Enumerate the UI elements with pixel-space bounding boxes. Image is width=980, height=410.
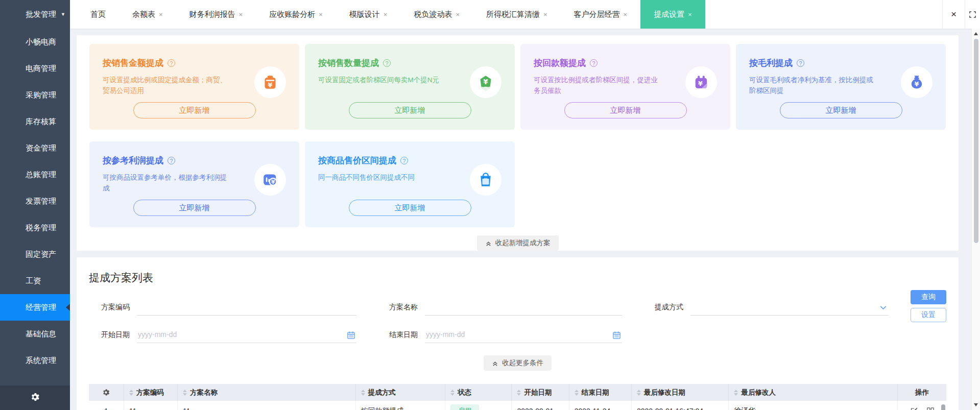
sidebar-item-business-management[interactable]: 经营管理 bbox=[0, 294, 70, 321]
sort-icon[interactable] bbox=[517, 390, 521, 396]
commission-type-select[interactable] bbox=[690, 300, 889, 316]
chevron-down-icon: ▼ bbox=[61, 12, 65, 17]
sidebar-item-ecommerce[interactable]: 电商管理 bbox=[0, 55, 70, 82]
tab-receivable-aging[interactable]: 应收账龄分析× bbox=[256, 0, 336, 29]
close-icon[interactable]: × bbox=[384, 11, 388, 18]
end-date-label: 结束日期 bbox=[377, 330, 418, 343]
status-badge: 启用 bbox=[450, 404, 479, 410]
gear-icon[interactable] bbox=[30, 392, 40, 404]
scheme-name-link[interactable]: 11 bbox=[183, 407, 190, 410]
add-now-button[interactable]: 立即新增 bbox=[133, 102, 256, 118]
sort-icon[interactable] bbox=[637, 390, 641, 396]
add-now-button[interactable]: 立即新增 bbox=[349, 200, 471, 216]
close-icon[interactable]: × bbox=[624, 11, 628, 18]
sidebar-item-ecommerce-xiaochang[interactable]: 小畅电商 bbox=[0, 29, 70, 55]
sidebar-item-purchasing[interactable]: 采购管理 bbox=[0, 82, 70, 108]
table-row[interactable]: 1 11 11 按回款额提成 启用 2022-09-01 2022-11-24 … bbox=[89, 401, 946, 410]
sort-icon[interactable] bbox=[734, 390, 738, 396]
fullscreen-icon[interactable] bbox=[965, 0, 980, 29]
column-settings-gear-icon[interactable] bbox=[94, 388, 118, 397]
tab-income-tax[interactable]: 所得税汇算清缴× bbox=[473, 0, 561, 29]
sidebar-item-payroll[interactable]: 工资 bbox=[0, 268, 70, 294]
sidebar-module-switcher[interactable]: 批发管理 ▼ bbox=[0, 0, 70, 29]
calendar-icon[interactable] bbox=[347, 331, 355, 340]
sort-icon[interactable] bbox=[575, 390, 579, 396]
filter-row-1: 方案编码 方案名称 提成方式 bbox=[89, 300, 946, 316]
end-date-input[interactable] bbox=[425, 328, 622, 343]
svg-text:¥: ¥ bbox=[915, 80, 919, 88]
commission-type-label: 提成方式 bbox=[642, 303, 683, 316]
commission-cards-panel: 按销售金额提成 ? 可设置提成比例或固定提成金额；商贸、贸易公司适用 ¥ 立即新… bbox=[77, 35, 959, 251]
double-chevron-up-icon bbox=[485, 240, 492, 247]
cards-grid: 按销售金额提成 ? 可设置提成比例或固定提成金额；商贸、贸易公司适用 ¥ 立即新… bbox=[89, 44, 946, 227]
help-icon[interactable]: ? bbox=[168, 59, 175, 67]
sidebar-item-system[interactable]: 系统管理 bbox=[0, 347, 70, 374]
start-date-cell: 2022-09-01 bbox=[512, 401, 569, 410]
page-title: 提成方案列表 bbox=[89, 271, 946, 285]
close-icon[interactable]: × bbox=[319, 11, 323, 18]
collapse-new-commission-button[interactable]: 收起新增提成方案 bbox=[477, 235, 559, 251]
start-date-input[interactable] bbox=[137, 328, 356, 343]
card-title: 按毛利提成 ? bbox=[749, 57, 934, 69]
chevron-down-icon[interactable] bbox=[879, 303, 888, 312]
card-title: 按参考利润提成 ? bbox=[103, 155, 287, 166]
card-description: 可设置按比例提或者阶梯区间提，促进业务员催款 bbox=[534, 75, 659, 97]
sort-icon[interactable] bbox=[183, 390, 187, 396]
sidebar-item-tax[interactable]: 税务管理 bbox=[0, 214, 70, 241]
help-icon[interactable]: ? bbox=[590, 59, 597, 67]
sort-icon[interactable] bbox=[361, 390, 365, 396]
scheme-code-input[interactable] bbox=[137, 300, 356, 316]
page-scrollbar[interactable] bbox=[971, 29, 980, 410]
tab-bar: 首页 余额表× 财务利润报告× 应收账龄分析× 模版设计× 税负波动表× 所得税… bbox=[70, 0, 980, 29]
filter-row-2: 开始日期 结束日期 bbox=[89, 328, 946, 343]
card-title: 按回款额提成 ? bbox=[534, 57, 718, 69]
sidebar-item-invoices[interactable]: 发票管理 bbox=[0, 188, 70, 214]
close-icon[interactable]: × bbox=[159, 11, 163, 18]
sidebar-item-inventory[interactable]: 库存核算 bbox=[0, 108, 70, 135]
sidebar-item-general-ledger[interactable]: 总账管理 bbox=[0, 161, 70, 188]
add-now-button[interactable]: 立即新增 bbox=[780, 102, 902, 118]
close-icon[interactable]: × bbox=[688, 11, 692, 18]
sidebar-item-funds[interactable]: 资金管理 bbox=[0, 135, 70, 161]
help-icon[interactable]: ? bbox=[400, 157, 408, 164]
content-area: 按销售金额提成 ? 可设置提成比例或固定提成金额；商贸、贸易公司适用 ¥ 立即新… bbox=[70, 29, 980, 410]
help-icon[interactable]: ? bbox=[168, 157, 175, 164]
scheme-name-input[interactable] bbox=[425, 300, 622, 316]
tab-template-design[interactable]: 模版设计× bbox=[336, 0, 401, 29]
close-icon[interactable]: × bbox=[543, 11, 547, 18]
add-now-button[interactable]: 立即新增 bbox=[349, 102, 471, 118]
tab-profit-report[interactable]: 财务利润报告× bbox=[176, 0, 256, 29]
money-box-icon: ¥ bbox=[254, 66, 286, 98]
tab-home[interactable]: 首页 bbox=[77, 0, 119, 29]
commission-list-panel: 提成方案列表 方案编码 方案名称 提成方式 bbox=[77, 257, 959, 410]
close-icon[interactable]: × bbox=[456, 11, 460, 18]
sidebar-item-fixed-assets[interactable]: 固定资产 bbox=[0, 241, 70, 268]
card-title: 按商品售价区间提成 ? bbox=[318, 155, 503, 166]
collapse-more-filters-button[interactable]: 收起更多条件 bbox=[484, 355, 552, 371]
help-icon[interactable]: ? bbox=[797, 59, 804, 67]
tab-balance-sheet[interactable]: 余额表× bbox=[119, 0, 176, 29]
settings-button[interactable]: 设置 bbox=[911, 308, 946, 322]
sort-icon[interactable] bbox=[129, 390, 133, 396]
add-now-button[interactable]: 立即新增 bbox=[133, 200, 256, 216]
tab-tax-fluctuation[interactable]: 税负波动表× bbox=[400, 0, 473, 29]
page-scrollbar-thumb[interactable] bbox=[974, 39, 978, 243]
scroll-down-arrow[interactable] bbox=[974, 403, 978, 406]
help-icon[interactable]: ? bbox=[383, 59, 391, 67]
sidebar: 批发管理 ▼ 小畅电商 电商管理 采购管理 库存核算 资金管理 总账管理 发票管… bbox=[0, 0, 70, 410]
more-grid-icon[interactable] bbox=[926, 407, 935, 410]
query-button[interactable]: 查询 bbox=[911, 290, 946, 304]
close-icon[interactable]: × bbox=[239, 11, 243, 18]
close-all-tabs-button[interactable]: × bbox=[942, 0, 965, 29]
sort-icon[interactable] bbox=[450, 390, 455, 396]
edit-icon[interactable] bbox=[910, 407, 918, 410]
main-area: 首页 余额表× 财务利润报告× 应收账龄分析× 模版设计× 税负波动表× 所得税… bbox=[70, 0, 980, 410]
svg-text:¥: ¥ bbox=[268, 81, 273, 89]
tab-commission-settings[interactable]: 提成设置× bbox=[640, 0, 705, 29]
tab-customer-tiering[interactable]: 客户分层经营× bbox=[561, 0, 641, 29]
scroll-up-arrow[interactable] bbox=[974, 32, 978, 35]
table-scrollbar-thumb[interactable] bbox=[941, 404, 945, 410]
add-now-button[interactable]: 立即新增 bbox=[564, 102, 687, 118]
calendar-icon[interactable] bbox=[612, 331, 621, 340]
sidebar-item-basic-info[interactable]: 基础信息 bbox=[0, 321, 70, 347]
